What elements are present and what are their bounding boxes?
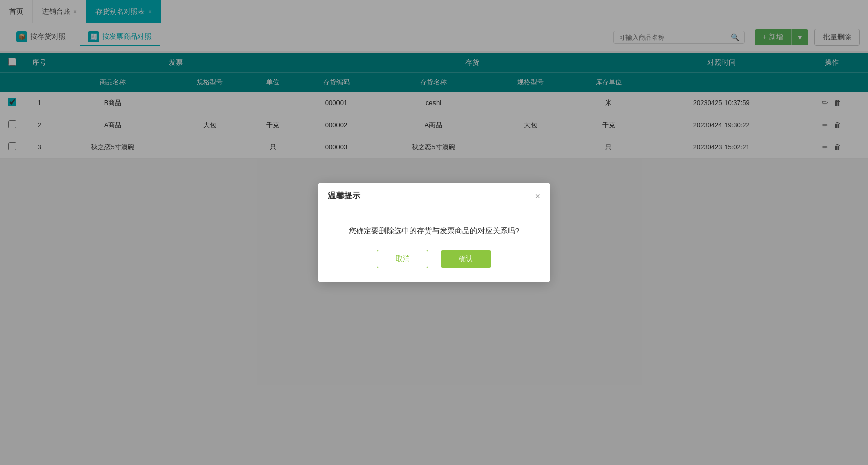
- dialog-overlay: 温馨提示 × 您确定要删除选中的存货与发票商品的对应关系吗? 取消 确认: [0, 0, 868, 159]
